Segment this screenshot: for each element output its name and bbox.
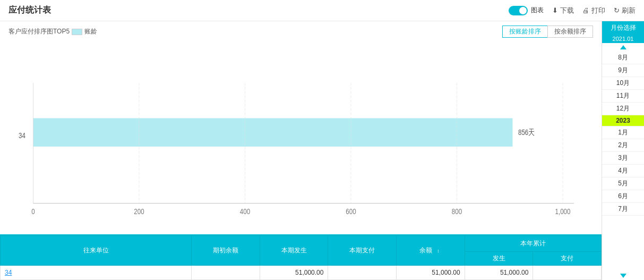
legend-box <box>72 29 82 35</box>
sidebar-up-button[interactable] <box>602 43 644 52</box>
col-header-opening: 期初余额 <box>192 236 260 266</box>
sidebar-year-label: 2021.01 <box>602 35 644 43</box>
month-jun[interactable]: 6月 <box>602 190 644 203</box>
col-header-ytd-occur: 发生 <box>465 252 533 266</box>
refresh-icon: ↻ <box>614 6 620 14</box>
cell-opening <box>192 266 260 280</box>
balance-sort-icon[interactable]: ↕ <box>435 248 442 254</box>
table-section: 往来单位 期初余额 本期发生 本期支付 余额 ↕ 本年累计 <box>0 234 602 280</box>
svg-text:400: 400 <box>240 207 250 216</box>
refresh-button[interactable]: ↻ 刷新 <box>614 6 636 15</box>
col-header-balance: 余额 ↕ <box>397 236 465 266</box>
legend-box-label: 账龄 <box>84 27 97 36</box>
main-area: 客户应付排序图TOP5 账龄 按账龄排序 按余额排序 34 856天 <box>0 21 644 280</box>
print-label: 打印 <box>591 6 605 15</box>
month-sep[interactable]: 9月 <box>602 64 644 77</box>
month-dec[interactable]: 12月 <box>602 103 644 115</box>
header: 应付统计表 图表 ⬇ 下载 🖨 打印 ↻ 刷新 <box>0 0 644 21</box>
chart-controls: 客户应付排序图TOP5 账龄 按账龄排序 按余额排序 <box>0 21 602 42</box>
summary-table: 往来单位 期初余额 本期发生 本期支付 余额 ↕ 本年累计 <box>0 235 602 280</box>
sort-by-amount-button[interactable]: 按余额排序 <box>547 26 593 38</box>
month-apr[interactable]: 4月 <box>602 165 644 177</box>
chart-area: 34 856天 0 200 400 600 800 1,000 <box>0 42 602 234</box>
cell-unit[interactable]: 34 <box>1 266 192 280</box>
chart-toggle-label: 图表 <box>531 6 544 15</box>
month-jul[interactable]: 7月 <box>602 203 644 216</box>
svg-text:0: 0 <box>31 207 35 216</box>
table-header-row-1: 往来单位 期初余额 本期发生 本期支付 余额 ↕ 本年累计 <box>1 236 602 252</box>
month-may[interactable]: 5月 <box>602 177 644 190</box>
sidebar-down-button[interactable] <box>602 271 644 280</box>
chart-toggle[interactable] <box>509 6 528 15</box>
refresh-label: 刷新 <box>622 6 636 15</box>
month-feb[interactable]: 2月 <box>602 139 644 152</box>
svg-text:200: 200 <box>134 207 144 216</box>
print-button[interactable]: 🖨 打印 <box>582 6 605 15</box>
chart-section: 客户应付排序图TOP5 账龄 按账龄排序 按余额排序 34 856天 <box>0 21 602 280</box>
month-list: 8月 9月 10月 11月 12月 2023 1月 2月 3月 4月 5月 6月… <box>602 52 644 271</box>
print-icon: 🖨 <box>582 6 589 14</box>
sort-controls: 按账龄排序 按余额排序 <box>502 26 593 38</box>
col-header-current-pay: 本期支付 <box>328 236 397 266</box>
legend-text: 客户应付排序图TOP5 <box>8 27 70 36</box>
sidebar-header: 月份选择 <box>602 21 644 35</box>
svg-rect-1 <box>33 118 513 146</box>
table-row: 34 51,000.00 51,000.00 51,000.00 <box>1 266 602 280</box>
sort-by-balance-button[interactable]: 按账龄排序 <box>502 26 547 38</box>
svg-text:1,000: 1,000 <box>555 207 571 216</box>
col-header-unit: 往来单位 <box>1 236 192 266</box>
cell-ytd-pay <box>533 266 602 280</box>
svg-text:34: 34 <box>19 131 25 140</box>
col-header-ytd: 本年累计 <box>465 236 601 252</box>
cell-current-pay <box>328 266 397 280</box>
month-aug[interactable]: 8月 <box>602 52 644 64</box>
right-sidebar: 月份选择 2021.01 8月 9月 10月 11月 12月 2023 1月 2… <box>602 21 644 280</box>
download-label: 下载 <box>560 6 574 15</box>
cell-balance: 51,000.00 <box>397 266 465 280</box>
month-nov[interactable]: 11月 <box>602 90 644 103</box>
col-header-ytd-pay: 支付 <box>533 252 602 266</box>
chevron-down-icon <box>620 274 626 278</box>
header-actions: 图表 ⬇ 下载 🖨 打印 ↻ 刷新 <box>509 6 636 15</box>
app-container: 应付统计表 图表 ⬇ 下载 🖨 打印 ↻ 刷新 <box>0 0 644 280</box>
chevron-up-icon <box>620 45 626 49</box>
page-title: 应付统计表 <box>8 5 509 16</box>
svg-text:600: 600 <box>346 207 356 216</box>
month-oct[interactable]: 10月 <box>602 77 644 90</box>
col-header-current-occur: 本期发生 <box>260 236 328 266</box>
bar-chart: 34 856天 0 200 400 600 800 1,000 <box>5 47 596 232</box>
table-body: 34 51,000.00 51,000.00 51,000.00 <box>1 266 602 280</box>
month-mar[interactable]: 3月 <box>602 152 644 165</box>
year-2023-marker: 2023 <box>602 115 644 126</box>
table-wrapper: 往来单位 期初余额 本期发生 本期支付 余额 ↕ 本年累计 <box>0 235 602 280</box>
month-jan[interactable]: 1月 <box>602 126 644 139</box>
chart-toggle-wrap: 图表 <box>509 6 544 15</box>
cell-current-occur: 51,000.00 <box>260 266 328 280</box>
svg-text:856天: 856天 <box>518 128 535 137</box>
download-button[interactable]: ⬇ 下载 <box>552 6 574 15</box>
svg-text:800: 800 <box>452 207 462 216</box>
cell-ytd-occur: 51,000.00 <box>465 266 533 280</box>
download-icon: ⬇ <box>552 6 558 14</box>
chart-legend: 客户应付排序图TOP5 账龄 <box>8 27 97 36</box>
